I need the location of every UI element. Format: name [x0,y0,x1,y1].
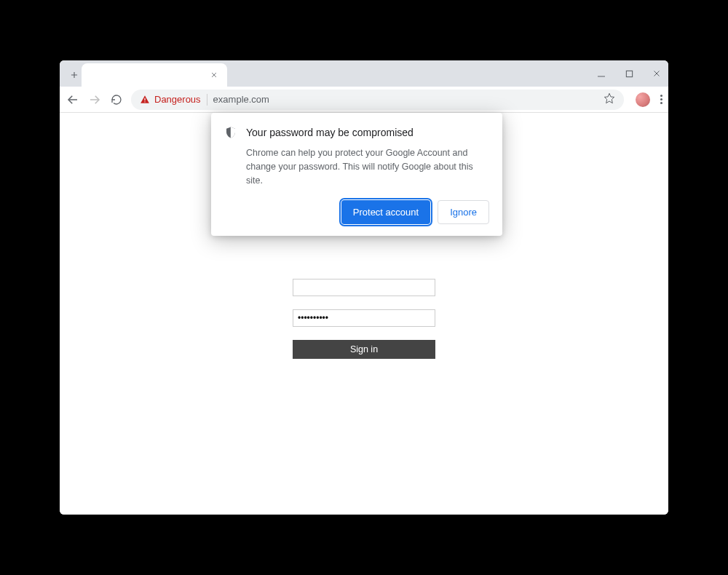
dot-icon [660,95,662,97]
url-text: example.com [213,94,269,105]
security-badge[interactable]: Dangerous [140,94,201,105]
reload-button[interactable] [109,92,124,107]
separator [207,94,207,106]
shield-icon [224,126,237,139]
back-button[interactable] [66,92,80,107]
protect-account-button[interactable]: Protect account [341,200,430,224]
close-window-button[interactable] [651,69,662,78]
star-icon [604,92,615,104]
minimize-icon [597,69,606,78]
maximize-button[interactable] [623,70,635,78]
popup-body: Chrome can help you protect your Google … [246,146,489,187]
arrow-left-icon [66,93,79,106]
sign-in-button[interactable]: Sign in [293,340,435,359]
menu-button[interactable] [660,95,662,104]
svg-rect-10 [144,98,145,100]
close-icon [210,71,218,79]
minimize-button[interactable] [596,69,607,78]
tab-strip [60,60,668,87]
toolbar: Dangerous example.com [60,87,668,113]
dot-icon [660,102,662,104]
username-input[interactable] [293,279,435,296]
tab-close-button[interactable] [208,69,220,81]
svg-marker-12 [604,93,614,103]
popup-title: Your password may be compromised [246,127,414,138]
dot-icon [660,98,662,100]
window-controls [596,60,662,87]
popup-header: Your password may be compromised [224,126,489,139]
toolbar-right [636,92,662,107]
svg-rect-5 [626,71,632,76]
browser-window: Dangerous example.com Your password may … [60,60,668,515]
security-badge-label: Dangerous [154,94,201,105]
password-input[interactable] [293,309,435,327]
page-content: Your password may be compromised Chrome … [60,113,668,515]
popup-actions: Protect account Ignore [224,200,489,224]
address-bar[interactable]: Dangerous example.com [131,90,624,110]
reload-icon [111,94,122,106]
close-icon [652,69,661,78]
svg-rect-11 [144,101,145,102]
plus-icon [69,70,79,80]
password-warning-popup: Your password may be compromised Chrome … [211,113,502,236]
bookmark-button[interactable] [604,92,615,106]
forward-button[interactable] [87,92,102,107]
arrow-right-icon [88,93,101,106]
warning-triangle-icon [140,95,150,105]
maximize-icon [625,70,633,78]
ignore-button[interactable]: Ignore [438,200,489,224]
login-form: Sign in [293,279,435,359]
profile-avatar[interactable] [636,92,650,107]
browser-tab[interactable] [82,63,227,87]
